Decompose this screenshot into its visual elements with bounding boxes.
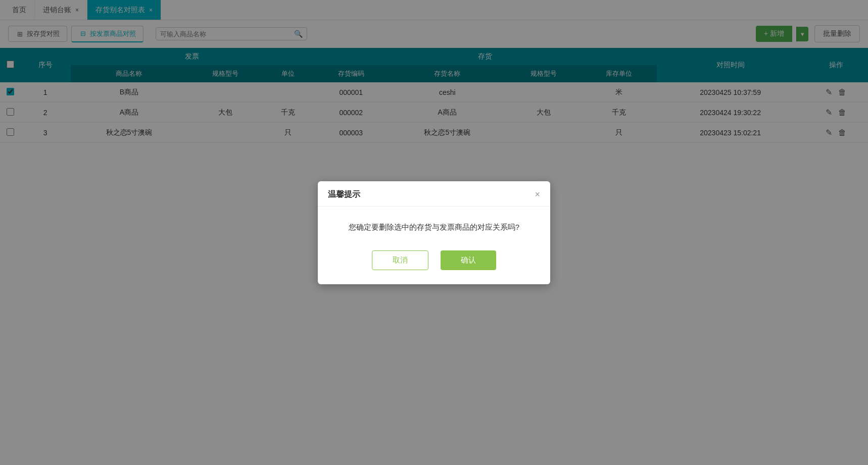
dialog-close-btn[interactable]: × [535,190,540,199]
dialog-overlay: 温馨提示 × 您确定要删除选中的存货与发票商品的对应关系吗? 取消 确认 [0,0,868,465]
dialog-cancel-button[interactable]: 取消 [372,250,428,270]
confirm-dialog: 温馨提示 × 您确定要删除选中的存货与发票商品的对应关系吗? 取消 确认 [318,181,550,284]
dialog-body: 您确定要删除选中的存货与发票商品的对应关系吗? [318,206,550,242]
dialog-message: 您确定要删除选中的存货与发票商品的对应关系吗? [349,223,519,231]
dialog-title: 温馨提示 [328,189,360,200]
dialog-confirm-button[interactable]: 确认 [441,250,496,270]
dialog-header: 温馨提示 × [318,181,550,206]
dialog-footer: 取消 确认 [318,242,550,284]
